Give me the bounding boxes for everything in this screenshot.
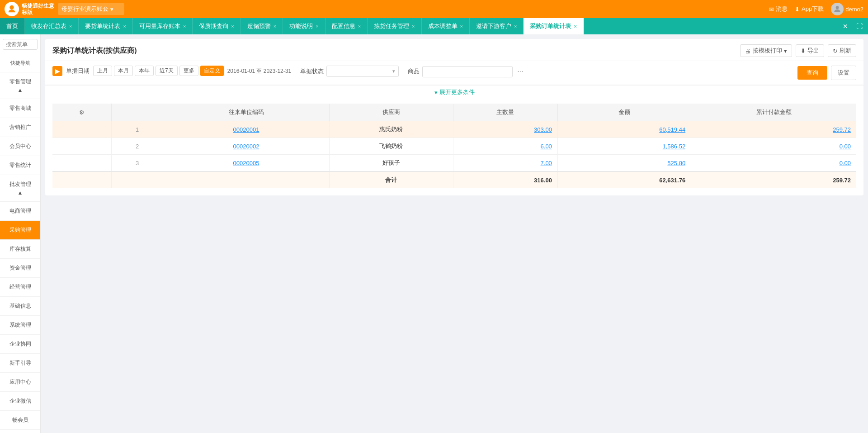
- close-icon[interactable]: ×: [69, 24, 72, 29]
- col-settings[interactable]: ⚙: [52, 104, 111, 121]
- sidebar-item-wholesale[interactable]: 批发管理 ▲: [0, 175, 40, 202]
- sidebar-item-retail-store[interactable]: 零售商城: [0, 99, 40, 118]
- supplier-code-cell[interactable]: 00020002: [163, 138, 329, 155]
- sidebar-item-member[interactable]: 会员中心: [0, 137, 40, 156]
- sidebar-item-quick-nav[interactable]: 快捷导航: [0, 54, 40, 72]
- settings-button[interactable]: 设置: [831, 66, 856, 80]
- close-icon[interactable]: ×: [358, 24, 361, 29]
- sidebar-item-inventory[interactable]: 库存核算: [0, 240, 40, 259]
- page-header: 采购订单统计表(按供应商) 🖨 按模板打印 ▾ ⬇ 导出 ↻ 刷新: [45, 39, 863, 61]
- amount-cell[interactable]: 60,519.44: [557, 121, 691, 138]
- amount-cell[interactable]: 525.80: [557, 155, 691, 172]
- tab-goods-summary[interactable]: 要货单统计表 ×: [79, 18, 132, 34]
- tab-maximize-button[interactable]: ⛶: [853, 21, 866, 32]
- sidebar-item-finance[interactable]: 资金管理: [0, 259, 40, 278]
- filter-date-last-month[interactable]: 上月: [93, 66, 112, 76]
- close-icon[interactable]: ×: [123, 24, 126, 29]
- paid-amount-cell[interactable]: 0.00: [691, 155, 856, 172]
- filter-date-this-month[interactable]: 本月: [114, 66, 133, 76]
- tab-config-info[interactable]: 配置信息 ×: [326, 18, 368, 34]
- app-download-button[interactable]: ⬇ App下载: [795, 5, 824, 13]
- sidebar-item-enterprise-coop[interactable]: 企业协同: [0, 335, 40, 354]
- nav-tabs: 首页 收发存汇总表 × 要货单统计表 × 可用量库存账本 × 保质期查询 × 超…: [0, 18, 868, 34]
- expand-more-button[interactable]: ▾ 展开更多条件: [434, 88, 475, 96]
- main-content: 采购订单统计表(按供应商) 🖨 按模板打印 ▾ ⬇ 导出 ↻ 刷新: [41, 34, 868, 433]
- filter-date-more[interactable]: 更多: [179, 66, 198, 76]
- chevron-down-icon: ▾: [784, 48, 787, 54]
- close-icon[interactable]: ×: [231, 24, 234, 29]
- sidebar-item-marketing[interactable]: 营销推广: [0, 118, 40, 137]
- close-icon[interactable]: ×: [183, 24, 186, 29]
- page-container: 采购订单统计表(按供应商) 🖨 按模板打印 ▾ ⬇ 导出 ↻ 刷新: [45, 39, 863, 195]
- sidebar-item-purchase[interactable]: 采购管理: [0, 221, 40, 240]
- page-header-actions: 🖨 按模板打印 ▾ ⬇ 导出 ↻ 刷新: [740, 44, 856, 57]
- main-qty-cell[interactable]: 7.00: [453, 155, 558, 172]
- tab-home[interactable]: 首页: [0, 18, 25, 34]
- tab-receive-summary[interactable]: 收发存汇总表 ×: [25, 18, 79, 34]
- filter-date-7days[interactable]: 近7天: [156, 66, 178, 76]
- row-num: 2: [111, 138, 163, 155]
- sidebar-item-retail-stats[interactable]: 零售统计: [0, 156, 40, 175]
- row-settings: [52, 138, 111, 155]
- close-icon[interactable]: ×: [514, 24, 517, 29]
- col-supplier-name: 供应商: [329, 104, 453, 121]
- search-input[interactable]: [3, 39, 38, 50]
- status-select[interactable]: [326, 66, 399, 77]
- main-qty-cell[interactable]: 303.00: [453, 121, 558, 138]
- supplier-name-cell: 好孩子: [329, 155, 453, 172]
- sidebar-item-vip-member[interactable]: 畅会员: [0, 411, 40, 430]
- nav-right-buttons: ✕ ⛶: [839, 18, 868, 34]
- sidebar-item-system[interactable]: 系统管理: [0, 316, 40, 335]
- close-icon[interactable]: ×: [460, 24, 463, 29]
- print-button[interactable]: 🖨 按模板打印 ▾: [740, 44, 792, 57]
- sidebar-item-app-center[interactable]: 应用中心: [0, 373, 40, 392]
- filter-date-this-year[interactable]: 本年: [135, 66, 154, 76]
- supplier-code-cell[interactable]: 00020001: [163, 121, 329, 138]
- tab-cost-adjust[interactable]: 成本调整单 ×: [422, 18, 470, 34]
- tab-expiry-query[interactable]: 保质期查询 ×: [193, 18, 241, 34]
- table-footer-row: 合计 316.00 62,631.76 259.72: [52, 171, 856, 188]
- supplier-code-cell[interactable]: 00020005: [163, 155, 329, 172]
- company-selector[interactable]: 母婴行业演示账套 ▾: [58, 3, 124, 15]
- close-icon[interactable]: ×: [274, 24, 276, 29]
- user-area[interactable]: demo2: [831, 3, 863, 15]
- goods-input[interactable]: [422, 66, 513, 77]
- sidebar-item-retail[interactable]: 零售管理 ▲: [0, 72, 40, 99]
- main-qty-cell[interactable]: 6.00: [453, 138, 558, 155]
- sidebar-item-ecommerce[interactable]: 电商管理: [0, 202, 40, 221]
- goods-more-button[interactable]: ···: [515, 66, 525, 77]
- paid-amount-cell[interactable]: 0.00: [691, 138, 856, 155]
- filter-item-status: 单据状态: [300, 66, 399, 77]
- export-button[interactable]: ⬇ 导出: [796, 44, 824, 57]
- tab-invite-downstream[interactable]: 邀请下游客户 ×: [470, 18, 524, 34]
- query-button[interactable]: 查询: [797, 66, 827, 80]
- close-icon[interactable]: ×: [412, 24, 415, 29]
- tab-pick-task[interactable]: 拣货任务管理 ×: [368, 18, 421, 34]
- filter-date-custom[interactable]: 自定义: [200, 66, 224, 76]
- goods-label: 商品: [408, 67, 420, 76]
- table-row: 2 00020002 飞鹤奶粉 6.00 1,586.52 0.00: [52, 138, 856, 155]
- table-container: ⚙ 往来单位编码 供应商 主数量 金额 累计付款金额 1 000200: [45, 104, 863, 195]
- sidebar-item-new-guide[interactable]: 新手引导: [0, 354, 40, 373]
- paid-amount-cell[interactable]: 259.72: [691, 121, 856, 138]
- settings-icon[interactable]: ⚙: [79, 109, 85, 116]
- tab-usable-stock[interactable]: 可用量库存账本 ×: [133, 18, 193, 34]
- sidebar-item-basic-info[interactable]: 基础信息: [0, 297, 40, 316]
- sidebar-item-enterprise-wechat[interactable]: 企业微信: [0, 392, 40, 411]
- filter-toggle-button[interactable]: ▶: [52, 66, 62, 76]
- close-icon[interactable]: ×: [574, 24, 576, 29]
- logo-text: 畅捷通好生意 标版: [22, 3, 54, 16]
- tab-overstock[interactable]: 超储预警 ×: [241, 18, 283, 34]
- tab-function-desc[interactable]: 功能说明 ×: [283, 18, 325, 34]
- close-icon[interactable]: ×: [316, 24, 318, 29]
- status-label: 单据状态: [300, 67, 324, 76]
- chevron-icon: ▲: [18, 190, 23, 196]
- refresh-button[interactable]: ↻ 刷新: [828, 44, 856, 57]
- filter-bar: ▶ 单据日期 上月 本月 本年 近7天 更多 自定义 2016-01-01 至 …: [45, 61, 863, 85]
- sidebar-item-operation[interactable]: 经营管理: [0, 278, 40, 297]
- logo-icon: [5, 2, 19, 16]
- message-button[interactable]: ✉ 消息: [769, 5, 788, 13]
- amount-cell[interactable]: 1,586.52: [557, 138, 691, 155]
- tab-close-button[interactable]: ✕: [839, 21, 852, 32]
- tab-purchase-summary[interactable]: 采购订单统计表 ×: [524, 18, 583, 34]
